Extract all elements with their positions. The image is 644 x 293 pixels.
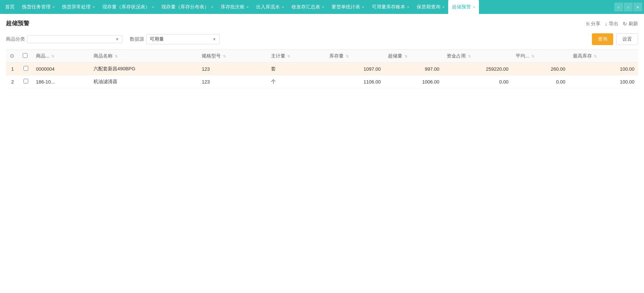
col-avg[interactable]: 平均... ⇅: [512, 50, 569, 63]
nav-inout-flow[interactable]: 出入库流水 ×: [252, 0, 288, 14]
col-stock-label: 库存量: [329, 53, 344, 59]
nav-exception-close[interactable]: ×: [92, 5, 95, 9]
nav-available-close[interactable]: ×: [407, 5, 409, 9]
col-capital-label: 资金占用: [447, 53, 466, 59]
refresh-icon: ↻: [623, 21, 627, 27]
col-checkbox-header: [19, 50, 32, 63]
nav-stock-status[interactable]: 现存量（库存状况表） ×: [99, 0, 158, 14]
row-2-spec: 123: [198, 75, 267, 88]
nav-summary[interactable]: 收发存汇总表 ×: [288, 0, 328, 14]
table-body: 1 0000004 六配套新昌490BPG 123 套 1097.00 997.…: [6, 63, 638, 88]
header-actions: ⎘ 分享 ↓ 导出 ↻ 刷新: [586, 21, 638, 27]
settings-button[interactable]: 设置: [616, 33, 638, 45]
datasource-dropdown-icon: ▼: [212, 37, 216, 41]
row-1-over: 997.00: [384, 63, 443, 75]
nav-arrow-right[interactable]: ›: [624, 3, 633, 11]
col-name-label: 商品名称: [94, 53, 113, 59]
row-1-avg: 260.00: [512, 63, 569, 75]
nav-demand[interactable]: 要货单统计表 ×: [328, 0, 368, 14]
nav-exception[interactable]: 拣货异常处理 ×: [58, 0, 98, 14]
category-label: 商品分类: [6, 36, 25, 42]
nav-batch-label: 库存批次账: [221, 4, 245, 10]
nav-batch[interactable]: 库存批次账 ×: [217, 0, 252, 14]
refresh-button[interactable]: ↻ 刷新: [623, 21, 638, 27]
nav-batch-close[interactable]: ×: [246, 5, 249, 9]
col-stock[interactable]: 库存量 ⇅: [326, 50, 384, 63]
nav-inout-flow-close[interactable]: ×: [282, 5, 284, 9]
nav-arrow-close[interactable]: ×: [633, 3, 642, 11]
data-table: ⚙ 商品... ⇅ 商品名称 ⇅ 规格型号 ⇅ 主计量: [6, 49, 638, 88]
col-over[interactable]: 超储量 ⇅: [384, 50, 443, 63]
nav-overstock[interactable]: 超储预警 ×: [448, 0, 479, 14]
nav-demand-label: 要货单统计表: [332, 4, 360, 10]
nav-home[interactable]: 首页: [1, 0, 18, 14]
select-all-checkbox[interactable]: [23, 53, 28, 58]
datasource-select[interactable]: 可用量 ▼: [146, 34, 220, 44]
col-over-label: 超储量: [388, 53, 402, 59]
filter-bar: 商品分类 ▼ 数据源 可用量 ▼ 查询 设置: [6, 33, 638, 45]
nav-demand-close[interactable]: ×: [362, 5, 364, 9]
nav-expiry-label: 保质期查询: [417, 4, 440, 10]
nav-task-mgmt-close[interactable]: ×: [52, 5, 55, 9]
nav-summary-close[interactable]: ×: [322, 5, 324, 9]
col-unit[interactable]: 主计量 ⇅: [267, 50, 326, 63]
col-maxstock-label: 最高库存: [573, 53, 592, 59]
datasource-select-value: 可用量: [150, 36, 212, 42]
nav-expiry-close[interactable]: ×: [442, 5, 444, 9]
row-2-code: 186-10...: [32, 75, 90, 88]
page-header: 超储预警 ⎘ 分享 ↓ 导出 ↻ 刷新: [6, 20, 638, 27]
col-unit-label: 主计量: [271, 53, 285, 59]
col-maxstock[interactable]: 最高库存 ⇅: [569, 50, 638, 63]
nav-inout-flow-label: 出入库流水: [256, 4, 280, 10]
nav-stock-dist-close[interactable]: ×: [211, 5, 213, 9]
col-spec-label: 规格型号: [202, 53, 221, 59]
nav-overstock-label: 超储预警: [452, 4, 471, 10]
row-2-stock: 1106.00: [326, 75, 384, 88]
row-2-avg: 0.00: [512, 75, 569, 88]
col-name-sort: ⇅: [115, 54, 118, 58]
col-code[interactable]: 商品... ⇅: [32, 50, 90, 63]
nav-stock-status-close[interactable]: ×: [152, 5, 154, 9]
category-select[interactable]: ▼: [27, 35, 122, 43]
nav-stock-dist[interactable]: 现存量（库存分布表） ×: [158, 0, 217, 14]
share-button[interactable]: ⎘ 分享: [586, 21, 600, 27]
row-2-unit: 个: [267, 75, 326, 88]
table-row: 1 0000004 六配套新昌490BPG 123 套 1097.00 997.…: [6, 63, 638, 75]
filter-actions: 查询 设置: [592, 33, 638, 45]
col-capital-sort: ⇅: [468, 54, 471, 58]
nav-arrows: ‹ › ×: [614, 3, 643, 11]
export-button[interactable]: ↓ 导出: [605, 21, 618, 27]
export-label: 导出: [609, 21, 618, 27]
nav-arrow-left[interactable]: ‹: [614, 3, 623, 11]
top-nav: 首页 拣货任务管理 × 拣货异常处理 × 现存量（库存状况表） × 现存量（库存…: [0, 0, 644, 14]
table-row: 2 186-10... 机油滤清器 123 个 1106.00 1006.00 …: [6, 75, 638, 88]
row-2-index: 2: [6, 75, 19, 88]
row-1-maxstock: 100.00: [569, 63, 638, 75]
row-2-capital: 0.00: [443, 75, 512, 88]
col-code-sort: ⇅: [51, 54, 54, 58]
nav-available[interactable]: 可用量库存账本 ×: [368, 0, 413, 14]
nav-exception-label: 拣货异常处理: [62, 4, 91, 10]
row-1-checkbox[interactable]: [23, 66, 28, 71]
row-2-maxstock: 100.00: [569, 75, 638, 88]
col-spec[interactable]: 规格型号 ⇅: [198, 50, 267, 63]
col-unit-sort: ⇅: [287, 54, 290, 58]
col-avg-sort: ⇅: [531, 54, 534, 58]
row-1-spec: 123: [198, 63, 267, 75]
query-button[interactable]: 查询: [592, 33, 613, 45]
nav-expiry[interactable]: 保质期查询 ×: [413, 0, 448, 14]
row-1-capital: 259220.00: [443, 63, 512, 75]
export-icon: ↓: [605, 21, 607, 27]
col-over-sort: ⇅: [405, 54, 407, 58]
col-capital[interactable]: 资金占用 ⇅: [443, 50, 512, 63]
row-2-checkbox[interactable]: [23, 79, 28, 84]
nav-overstock-close[interactable]: ×: [473, 5, 475, 9]
row-1-checkbox-cell: [19, 63, 32, 75]
nav-task-mgmt[interactable]: 拣货任务管理 ×: [18, 0, 58, 14]
row-2-checkbox-cell: [19, 75, 32, 88]
table-header: ⚙ 商品... ⇅ 商品名称 ⇅ 规格型号 ⇅ 主计量: [6, 50, 638, 63]
settings-icon[interactable]: ⚙: [10, 53, 14, 59]
table-header-row: ⚙ 商品... ⇅ 商品名称 ⇅ 规格型号 ⇅ 主计量: [6, 50, 638, 63]
page-container: 超储预警 ⎘ 分享 ↓ 导出 ↻ 刷新 商品分类 ▼ 数据源: [0, 14, 644, 293]
col-name[interactable]: 商品名称 ⇅: [90, 50, 198, 63]
